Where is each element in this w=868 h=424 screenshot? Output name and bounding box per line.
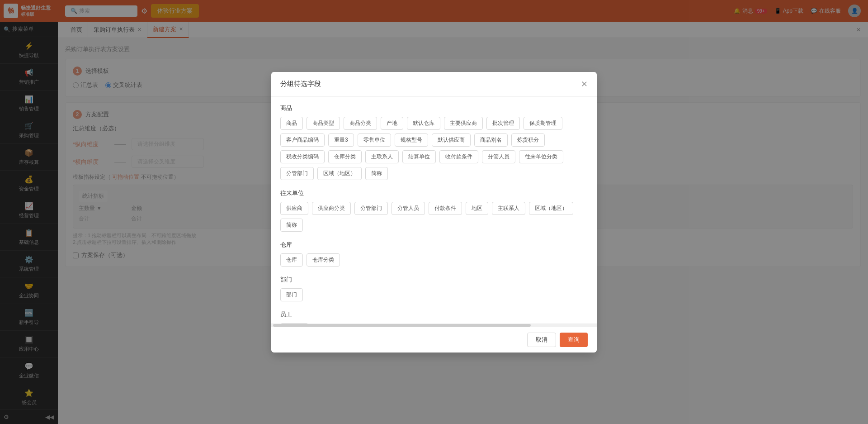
- modal-horizontal-scrollbar[interactable]: [271, 324, 597, 327]
- modal-header: 分组待选字段 ✕: [271, 72, 597, 97]
- field-chip-partner-1[interactable]: 供应商分类: [312, 202, 351, 215]
- field-chip-goods-5[interactable]: 主要供应商: [444, 117, 483, 130]
- field-chip-partner-2[interactable]: 分管部门: [354, 202, 388, 215]
- field-chip-goods-0[interactable]: 商品: [280, 117, 303, 130]
- main-content: 🔍 搜索 ⚙ 体验行业方案 🔔 消息 99+ 📱 App下载 💬: [58, 0, 868, 424]
- modal-title: 分组待选字段: [280, 80, 321, 88]
- field-chip-goods-20[interactable]: 分管人员: [482, 150, 515, 163]
- field-chip-partner-3[interactable]: 分管人员: [392, 202, 425, 215]
- field-chip-partner-6[interactable]: 主联系人: [492, 202, 525, 215]
- confirm-button[interactable]: 查询: [560, 333, 588, 347]
- section-warehouse: 仓库 仓库 仓库分类: [280, 241, 588, 267]
- modal-close-button[interactable]: ✕: [581, 79, 588, 89]
- field-chip-warehouse-0[interactable]: 仓库: [280, 253, 303, 267]
- section-dept-title: 部门: [280, 276, 588, 284]
- field-chip-goods-14[interactable]: 炼货积分: [511, 133, 545, 147]
- field-chip-goods-4[interactable]: 默认仓库: [407, 117, 440, 130]
- field-chip-partner-0[interactable]: 供应商: [280, 202, 308, 215]
- section-warehouse-title: 仓库: [280, 241, 588, 249]
- field-chip-goods-11[interactable]: 规格型号: [395, 133, 428, 147]
- page-area: 采购订单执行表方案设置 1 选择模板 汇总表 交叉统计: [58, 38, 868, 424]
- field-chip-goods-22[interactable]: 分管部门: [280, 167, 314, 180]
- field-chip-goods-6[interactable]: 批次管理: [486, 117, 520, 130]
- section-goods-chips: 商品 商品类型 商品分类 产地 默认仓库 主要供应商 批次管理 保质期管理 客户…: [280, 117, 588, 180]
- modal-footer: 取消 查询: [271, 327, 597, 353]
- field-chip-goods-21[interactable]: 往来单位分类: [519, 150, 563, 163]
- field-chip-partner-4[interactable]: 付款条件: [429, 202, 462, 215]
- field-chip-goods-18[interactable]: 结算单位: [402, 150, 436, 163]
- field-chip-goods-17[interactable]: 主联系人: [365, 150, 399, 163]
- field-chip-goods-7[interactable]: 保质期管理: [524, 117, 562, 130]
- section-goods-title: 商品: [280, 104, 588, 112]
- field-chip-warehouse-1[interactable]: 仓库分类: [307, 253, 340, 267]
- field-chip-goods-16[interactable]: 仓库分类: [328, 150, 362, 163]
- cancel-button[interactable]: 取消: [527, 333, 556, 347]
- field-chip-partner-8[interactable]: 简称: [280, 219, 303, 232]
- field-chip-goods-1[interactable]: 商品类型: [307, 117, 340, 130]
- section-partner: 往来单位 供应商 供应商分类 分管部门 分管人员 付款条件 地区 主联系人 区域…: [280, 189, 588, 232]
- field-chip-goods-9[interactable]: 重量3: [328, 133, 354, 147]
- field-chip-goods-3[interactable]: 产地: [381, 117, 403, 130]
- section-employee: 员工 业务员: [280, 310, 588, 324]
- field-chip-partner-7[interactable]: 区域（地区）: [529, 202, 573, 215]
- field-chip-partner-5[interactable]: 地区: [466, 202, 488, 215]
- field-chip-goods-24[interactable]: 简称: [365, 167, 388, 180]
- field-chip-dept-0[interactable]: 部门: [280, 288, 303, 301]
- field-chip-goods-2[interactable]: 商品分类: [344, 117, 377, 130]
- section-partner-chips: 供应商 供应商分类 分管部门 分管人员 付款条件 地区 主联系人 区域（地区） …: [280, 202, 588, 232]
- field-chip-goods-10[interactable]: 零售单位: [358, 133, 391, 147]
- field-chip-goods-23[interactable]: 区域（地区）: [317, 167, 362, 180]
- section-employee-title: 员工: [280, 310, 588, 319]
- section-warehouse-chips: 仓库 仓库分类: [280, 253, 588, 267]
- field-chip-goods-13[interactable]: 商品别名: [474, 133, 508, 147]
- field-chip-goods-19[interactable]: 收付款条件: [439, 150, 478, 163]
- section-dept-chips: 部门: [280, 288, 588, 301]
- modal-body[interactable]: 商品 商品 商品类型 商品分类 产地 默认仓库 主要供应商 批次管理 保质期管理: [271, 97, 597, 324]
- field-chip-goods-15[interactable]: 税收分类编码: [280, 150, 325, 163]
- modal-overlay: 分组待选字段 ✕ 商品 商品 商品类型 商品分类 产地 默: [58, 38, 868, 424]
- section-goods: 商品 商品 商品类型 商品分类 产地 默认仓库 主要供应商 批次管理 保质期管理: [280, 104, 588, 180]
- modal: 分组待选字段 ✕ 商品 商品 商品类型 商品分类 产地 默: [271, 72, 597, 353]
- section-dept: 部门 部门: [280, 276, 588, 301]
- field-chip-goods-12[interactable]: 默认供应商: [432, 133, 471, 147]
- field-chip-goods-8[interactable]: 客户商品编码: [280, 133, 325, 147]
- section-partner-title: 往来单位: [280, 189, 588, 197]
